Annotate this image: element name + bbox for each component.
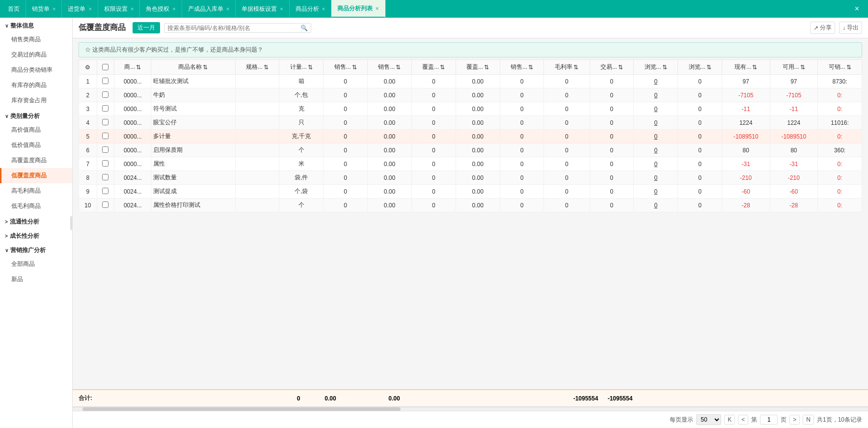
row-checkbox[interactable] (97, 116, 114, 130)
row-browse1[interactable]: 0 (634, 102, 678, 116)
table-row[interactable]: 10 0024... 属性价格打印测试 个 0 0.00 0 0.00 0 0 … (79, 199, 862, 212)
close-icon[interactable]: × (322, 6, 325, 12)
row-unit: 个,包 (279, 88, 324, 102)
table-row[interactable]: 2 0000... 牛奶 个,包 0 0.00 0 0.00 0 0 0 0 0… (79, 88, 862, 102)
next-page-button[interactable]: > (789, 415, 800, 425)
sidebar-item-category-sales-rate[interactable]: 商品分类动销率 (0, 62, 72, 78)
close-icon[interactable]: × (280, 6, 283, 12)
table-row[interactable]: 3 0000... 符号测试 克 0 0.00 0 0.00 0 0 0 0 0… (79, 102, 862, 116)
sidebar-item-low-margin[interactable]: 低毛利商品 (0, 199, 72, 214)
row-no: 9 (79, 185, 97, 199)
nav-permission[interactable]: 权限设置 × (98, 0, 140, 18)
sidebar-item-new-goods[interactable]: 新品 (0, 272, 72, 287)
col-current[interactable]: 现有...⇅ (722, 60, 770, 75)
table-row[interactable]: 6 0000... 启用保质期 个 0 0.00 0 0.00 0 0 0 0 … (79, 143, 862, 157)
close-icon[interactable]: × (172, 6, 175, 12)
table-row[interactable]: 9 0024... 测试提成 个,袋 0 0.00 0 0.00 0 0 0 0… (79, 185, 862, 199)
row-checkbox[interactable] (97, 143, 114, 157)
row-checkbox[interactable] (97, 130, 114, 143)
row-checkbox[interactable] (97, 102, 114, 116)
row-browse1[interactable]: 0 (634, 171, 678, 185)
nav-sales-order[interactable]: 销货单 × (26, 0, 62, 18)
row-browse1[interactable]: 0 (634, 199, 678, 212)
sidebar-item-traded-goods[interactable]: 交易过的商品 (0, 47, 72, 62)
row-browse1[interactable]: 0 (634, 75, 678, 88)
row-browse1[interactable]: 0 (634, 185, 678, 199)
row-browse1[interactable]: 0 (634, 88, 678, 102)
window-close-button[interactable]: × (848, 0, 866, 18)
table-row[interactable]: 8 0024... 测试数量 袋,件 0 0.00 0 0.00 0 0 0 0… (79, 171, 862, 185)
nav-home[interactable]: 首页 (2, 0, 26, 18)
col-unit[interactable]: 计量...⇅ (279, 60, 324, 75)
col-name[interactable]: 商品名称⇅ (151, 60, 235, 75)
sidebar-item-low-coverage[interactable]: 低覆盖度商品 (0, 168, 72, 183)
close-icon[interactable]: × (88, 6, 91, 12)
close-icon[interactable]: × (376, 5, 379, 11)
row-checkbox[interactable] (97, 157, 114, 171)
col-code[interactable]: 商...⇅ (114, 60, 151, 75)
col-sales-amt[interactable]: 销售...⇅ (368, 60, 412, 75)
select-all-checkbox[interactable] (102, 64, 108, 70)
table-row[interactable]: 1 0000... 旺辅批次测试 箱 0 0.00 0 0.00 0 0 0 0… (79, 75, 862, 88)
col-available[interactable]: 可用...⇅ (770, 60, 818, 75)
page-size-select[interactable]: 50 20 100 (696, 414, 721, 425)
col-sales-qty[interactable]: 销售...⇅ (324, 60, 368, 75)
sidebar-item-all-goods[interactable]: 全部商品 (0, 257, 72, 272)
row-checkbox[interactable] (97, 199, 114, 212)
col-settings[interactable]: ⚙ (79, 60, 97, 75)
nav-purchase-order[interactable]: 进货单 × (62, 0, 98, 18)
table-row[interactable]: 7 0000... 属性 米 0 0.00 0 0.00 0 0 0 0 0 -… (79, 157, 862, 171)
table-row[interactable]: 4 0000... 眼宝公仔 只 0 0.00 0 0.00 0 0 0 0 0… (79, 116, 862, 130)
row-checkbox[interactable] (97, 75, 114, 88)
col-coverage2[interactable]: 覆盖...⇅ (456, 60, 500, 75)
sidebar-item-sales-goods[interactable]: 销售类商品 (0, 32, 72, 47)
nav-product-warehouse[interactable]: 产成品入库单 × (182, 0, 236, 18)
close-icon[interactable]: × (131, 6, 134, 12)
search-icon[interactable]: 🔍 (300, 25, 308, 31)
row-checkbox[interactable] (97, 185, 114, 199)
page-number-input[interactable] (760, 415, 778, 425)
col-coverage1[interactable]: 覆盖...⇅ (411, 60, 456, 75)
sidebar-section-category[interactable]: ∨ 类别量分析 (0, 108, 72, 122)
sidebar-section-liquidity[interactable]: > 流通性分析 (0, 214, 72, 228)
last-page-button[interactable]: N (803, 415, 814, 425)
sidebar-section-growth[interactable]: > 成长性分析 (0, 228, 72, 242)
col-spec[interactable]: 规格...⇅ (235, 60, 279, 75)
sidebar-item-high-margin[interactable]: 高毛利商品 (0, 183, 72, 199)
close-icon[interactable]: × (226, 6, 229, 12)
export-button[interactable]: ↓ 导出 (839, 22, 862, 34)
nav-template-settings[interactable]: 单据模板设置 × (236, 0, 289, 18)
sidebar-item-low-value[interactable]: 低价值商品 (0, 138, 72, 153)
sidebar-section-overall[interactable]: ∨ 整体信息 (0, 18, 72, 32)
col-browse1[interactable]: 浏览...⇅ (634, 60, 678, 75)
sidebar-item-stocked-goods[interactable]: 有库存的商品 (0, 78, 72, 93)
share-button[interactable]: ↗ 分享 (810, 22, 835, 34)
close-icon[interactable]: × (53, 6, 55, 12)
col-sellable[interactable]: 可销...⇅ (818, 60, 862, 75)
col-trade[interactable]: 交易...⇅ (590, 60, 634, 75)
row-checkbox[interactable] (97, 171, 114, 185)
col-gross[interactable]: 毛利率⇅ (544, 60, 590, 75)
prev-page-button[interactable]: < (738, 415, 748, 425)
search-input[interactable] (167, 25, 298, 31)
nav-goods-analysis-list[interactable]: 商品分析列表 × (331, 0, 385, 18)
sidebar-item-high-coverage[interactable]: 高覆盖度商品 (0, 153, 72, 168)
row-checkbox[interactable] (97, 88, 114, 102)
table-row[interactable]: 5 0000... 多计量 克,千克 0 0.00 0 0.00 0 0 0 0… (79, 130, 862, 143)
row-browse1[interactable]: 0 (634, 157, 678, 171)
sidebar-item-inventory-funds[interactable]: 库存资金占用 (0, 93, 72, 108)
first-page-button[interactable]: K (724, 415, 735, 425)
sidebar-toggle-button[interactable]: « (70, 216, 73, 230)
sidebar-item-high-value[interactable]: 高价值商品 (0, 122, 72, 138)
period-button[interactable]: 近一月 (133, 22, 160, 33)
nav-role-auth[interactable]: 角色授权 × (140, 0, 182, 18)
col-checkbox[interactable] (97, 60, 114, 75)
sidebar-section-marketing[interactable]: ∨ 营销推广分析 (0, 242, 72, 257)
col-sales3[interactable]: 销售...⇅ (500, 60, 544, 75)
row-browse1[interactable]: 0 (634, 143, 678, 157)
nav-goods-analysis[interactable]: 商品分析 × (290, 0, 331, 18)
row-browse1[interactable]: 0 (634, 116, 678, 130)
data-table-wrap[interactable]: ⚙ 商...⇅ 商品名称⇅ 规格...⇅ 计量...⇅ 销售...⇅ 销售...… (79, 59, 862, 389)
row-browse1[interactable]: 0 (634, 130, 678, 143)
col-browse2[interactable]: 浏览...⇅ (678, 60, 722, 75)
